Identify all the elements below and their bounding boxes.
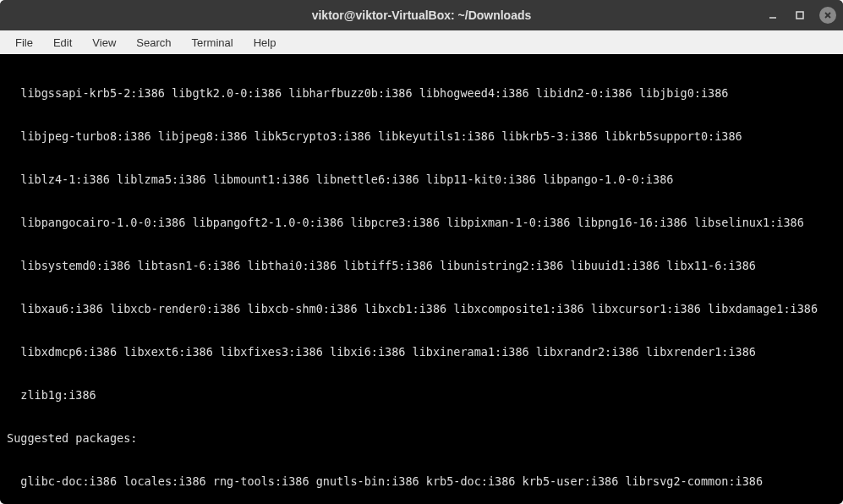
terminal-line: libpangocairo-1.0-0:i386 libpangoft2-1.0… [7, 216, 836, 230]
menu-terminal[interactable]: Terminal [183, 33, 242, 52]
menu-help[interactable]: Help [245, 33, 285, 52]
minimize-button[interactable] [765, 8, 780, 23]
terminal-output[interactable]: libgssapi-krb5-2:i386 libgtk2.0-0:i386 l… [0, 54, 843, 504]
terminal-line: libjpeg-turbo8:i386 libjpeg8:i386 libk5c… [7, 129, 836, 144]
terminal-line: Suggested packages: [7, 431, 836, 446]
maximize-button[interactable] [792, 8, 807, 23]
titlebar-controls [765, 7, 836, 24]
menu-edit[interactable]: Edit [45, 33, 80, 52]
svg-rect-1 [796, 12, 803, 19]
menu-search[interactable]: Search [128, 33, 179, 52]
menubar: File Edit View Search Terminal Help [0, 30, 843, 54]
terminal-line: glibc-doc:i386 locales:i386 rng-tools:i3… [7, 474, 836, 489]
terminal-line: liblz4-1:i386 liblzma5:i386 libmount1:i3… [7, 173, 836, 187]
terminal-line: libsystemd0:i386 libtasn1-6:i386 libthai… [7, 259, 836, 273]
terminal-line: zlib1g:i386 [7, 388, 836, 403]
terminal-line: libgssapi-krb5-2:i386 libgtk2.0-0:i386 l… [7, 86, 836, 101]
menu-file[interactable]: File [7, 33, 41, 52]
terminal-line: libxdmcp6:i386 libxext6:i386 libxfixes3:… [7, 345, 836, 359]
menu-view[interactable]: View [84, 33, 124, 52]
close-button[interactable] [819, 7, 836, 24]
terminal-window: viktor@viktor-VirtualBox: ~/Downloads Fi… [0, 0, 843, 504]
terminal-line: libxau6:i386 libxcb-render0:i386 libxcb-… [7, 302, 836, 316]
window-title: viktor@viktor-VirtualBox: ~/Downloads [312, 8, 532, 22]
titlebar: viktor@viktor-VirtualBox: ~/Downloads [0, 0, 843, 30]
